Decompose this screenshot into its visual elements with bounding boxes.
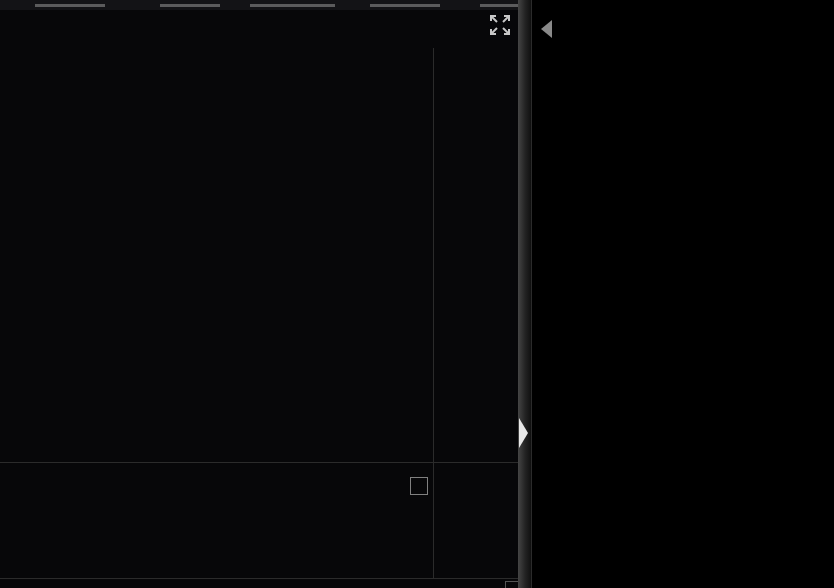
kline-chart-area[interactable] xyxy=(0,0,518,588)
chart-volume-divider xyxy=(0,462,518,463)
splitter-collapse-arrow[interactable] xyxy=(519,418,528,448)
chart-axis-divider xyxy=(433,48,434,578)
quote-panel xyxy=(531,0,834,588)
trading-app-window xyxy=(0,0,834,588)
close-indicator-button[interactable] xyxy=(410,477,428,495)
volume-bottom-divider xyxy=(0,578,518,579)
panel-splitter[interactable] xyxy=(518,0,531,588)
back-arrow-icon[interactable] xyxy=(541,20,552,38)
